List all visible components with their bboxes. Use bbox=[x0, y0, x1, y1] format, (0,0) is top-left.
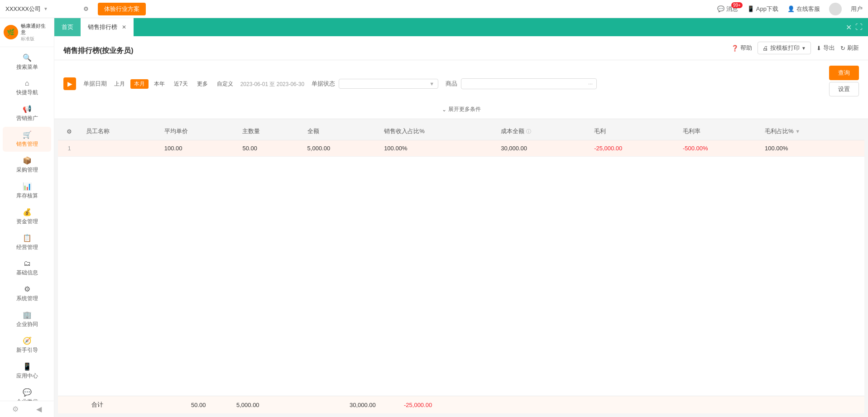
sidebar-item-marketing[interactable]: 📢 营销推广 bbox=[3, 101, 51, 126]
sidebar-item-inventory[interactable]: 📊 库存核算 bbox=[3, 178, 51, 203]
date-tab-7days[interactable]: 近7天 bbox=[170, 79, 192, 89]
trial-button[interactable]: 体验行业方案 bbox=[98, 3, 146, 15]
th-settings[interactable]: ⚙ bbox=[58, 123, 81, 140]
enterprise-icon: 🏢 bbox=[23, 311, 32, 319]
th-name: 员工名称 bbox=[81, 123, 159, 140]
status-select[interactable]: ▼ bbox=[339, 79, 438, 89]
footer-row: 合计 50.00 5,000.00 30,000.00 -25,000.00 bbox=[63, 401, 859, 409]
date-range-display: 2023-06-01 至 2023-06-30 bbox=[240, 81, 304, 88]
expand-more-button[interactable]: ⌄ 展开更多条件 bbox=[63, 105, 859, 113]
system-icon: ⚙ bbox=[24, 285, 30, 293]
cell-quantity: 50.00 bbox=[237, 140, 302, 157]
tab-maximize-icon[interactable]: ⛶ bbox=[855, 23, 863, 31]
goods-input[interactable]: ··· bbox=[461, 78, 597, 89]
basic-icon: 🗂 bbox=[24, 259, 31, 268]
cell-amount: 5,000.00 bbox=[302, 140, 379, 157]
refresh-button[interactable]: ↻ 刷新 bbox=[840, 44, 859, 52]
th-profit-rate: 毛利率 bbox=[677, 123, 759, 140]
table-container: ⚙ 员工名称 平均单价 主数量 全额 销售收入占比% 成本全额 ⓘ 毛利 毛利率… bbox=[58, 123, 864, 413]
sidebar-item-wechat[interactable]: 💬 企业微信 bbox=[3, 384, 51, 401]
th-cost: 成本全额 ⓘ bbox=[495, 123, 589, 140]
guide-icon: 🧭 bbox=[23, 336, 32, 345]
date-tab-current-year[interactable]: 本年 bbox=[150, 79, 168, 89]
cell-profit-rate: -500.00% bbox=[677, 140, 759, 157]
tab-close-window-icon[interactable]: ✕ bbox=[846, 23, 852, 32]
sidebar-label-apps: 应用中心 bbox=[16, 372, 38, 380]
sidebar-item-finance[interactable]: 💰 资金管理 bbox=[3, 204, 51, 229]
sidebar-item-purchase[interactable]: 📦 采购管理 bbox=[3, 153, 51, 177]
sidebar-label-finance: 资金管理 bbox=[16, 218, 38, 225]
logo-main: 畅康通好生意 bbox=[21, 23, 50, 36]
avatar[interactable] bbox=[829, 3, 842, 15]
sidebar-item-sales[interactable]: 🛒 销售管理 bbox=[3, 127, 51, 152]
message-icon: 💬 bbox=[717, 5, 724, 12]
print-button[interactable]: 🖨 按模板打印 ▼ bbox=[758, 42, 811, 54]
online-service-button[interactable]: 👤 在线客服 bbox=[787, 5, 820, 13]
cell-profit: -25,000.00 bbox=[589, 140, 677, 157]
filter-area: ▶ 单据日期 上月 本月 本年 近7天 更多 自定义 bbox=[54, 60, 868, 119]
logo-area: 🌿 畅康通好生意 标准版 bbox=[0, 18, 54, 47]
sidebar-item-basic[interactable]: 🗂 基础信息 bbox=[3, 256, 51, 280]
message-button[interactable]: 💬 消息 99+ bbox=[717, 5, 738, 13]
sidebar-item-guide[interactable]: 🧭 新手引导 bbox=[3, 333, 51, 358]
logo-text-area: 畅康通好生意 标准版 bbox=[21, 23, 50, 42]
user-name: 用户 bbox=[851, 5, 863, 13]
sidebar: 🌿 畅康通好生意 标准版 🔍 搜索菜单 ⌂ 快捷导航 📢 营销推广 🛒 销售管理 bbox=[0, 18, 54, 417]
page-title: 销售排行榜(按业务员) bbox=[63, 46, 731, 56]
app-label: App下载 bbox=[756, 5, 778, 13]
sales-rank-tab-label: 销售排行榜 bbox=[88, 23, 117, 31]
service-icon: 👤 bbox=[787, 5, 795, 12]
filter-toggle-button[interactable]: ▶ bbox=[63, 77, 76, 90]
page-actions: ❓ 帮助 🖨 按模板打印 ▼ ⬇ 导出 ↻ 刷新 bbox=[731, 42, 859, 60]
query-button[interactable]: 查询 bbox=[829, 66, 859, 80]
export-button[interactable]: ⬇ 导出 bbox=[816, 44, 835, 52]
sidebar-item-operation[interactable]: 📋 经营管理 bbox=[3, 230, 51, 255]
date-filter: 单据日期 上月 本月 本年 近7天 更多 自定义 2023-06-01 至 20… bbox=[83, 79, 304, 89]
table-scroll[interactable]: ⚙ 员工名称 平均单价 主数量 全额 销售收入占比% 成本全额 ⓘ 毛利 毛利率… bbox=[58, 123, 864, 396]
inventory-icon: 📊 bbox=[23, 182, 32, 191]
logo-sub: 标准版 bbox=[21, 36, 50, 42]
tab-sales-rank[interactable]: 销售排行榜 ✕ bbox=[81, 18, 134, 36]
help-button[interactable]: ❓ 帮助 bbox=[731, 44, 752, 52]
tab-home[interactable]: 首页 bbox=[54, 18, 81, 36]
page-settings-button[interactable]: 设置 bbox=[829, 82, 859, 96]
sidebar-settings-icon[interactable]: ⚙ bbox=[12, 405, 19, 413]
settings-icon[interactable]: ⚙ bbox=[80, 3, 92, 15]
filter-toggle-icon: ▶ bbox=[67, 80, 72, 87]
app-download-button[interactable]: 📱 App下载 bbox=[747, 5, 778, 13]
date-tabs: 上月 本月 本年 近7天 更多 自定义 bbox=[110, 79, 237, 89]
sidebar-item-enterprise[interactable]: 🏢 企业协同 bbox=[3, 307, 51, 332]
content-area: 首页 销售排行榜 ✕ ✕ ⛶ 销售排行榜(按业务员) ❓ 帮助 bbox=[54, 18, 868, 417]
tab-close-icon[interactable]: ✕ bbox=[122, 24, 126, 30]
footer-cost: 30,000.00 bbox=[344, 402, 398, 408]
th-profit-pct: 毛利占比% ▼ bbox=[759, 123, 864, 140]
sidebar-label-quicknav: 快捷导航 bbox=[16, 89, 38, 96]
data-table: ⚙ 员工名称 平均单价 主数量 全额 销售收入占比% 成本全额 ⓘ 毛利 毛利率… bbox=[58, 123, 864, 157]
query-column: 查询 设置 bbox=[829, 66, 859, 102]
page-content: 销售排行榜(按业务员) ❓ 帮助 🖨 按模板打印 ▼ ⬇ 导出 bbox=[54, 36, 868, 417]
cell-rank: 1 bbox=[58, 140, 81, 157]
sidebar-item-quick-nav[interactable]: ⌂ 快捷导航 bbox=[3, 76, 51, 100]
goods-filter: 商品 ··· bbox=[446, 78, 597, 89]
sidebar-collapse-icon[interactable]: ◀ bbox=[36, 405, 42, 413]
date-tab-current-month[interactable]: 本月 bbox=[130, 79, 149, 89]
table-header-row: ⚙ 员工名称 平均单价 主数量 全额 销售收入占比% 成本全额 ⓘ 毛利 毛利率… bbox=[58, 123, 864, 140]
sidebar-label-system: 系统管理 bbox=[16, 295, 38, 302]
sales-icon: 🛒 bbox=[23, 130, 32, 139]
sidebar-item-apps[interactable]: 📱 应用中心 bbox=[3, 359, 51, 383]
sidebar-item-system[interactable]: ⚙ 系统管理 bbox=[3, 281, 51, 306]
date-tab-last-month[interactable]: 上月 bbox=[110, 79, 129, 89]
date-tab-more[interactable]: 更多 bbox=[193, 79, 211, 89]
date-filter-label: 单据日期 bbox=[83, 80, 107, 88]
cell-sales-pct: 100.00% bbox=[379, 140, 495, 157]
tab-right-actions: ✕ ⛶ bbox=[846, 23, 868, 32]
sidebar-label-sales: 销售管理 bbox=[16, 140, 38, 148]
expand-label: 展开更多条件 bbox=[448, 105, 481, 113]
company-selector[interactable]: XXXXXX公司 ▼ bbox=[5, 5, 78, 13]
cell-profit-pct: 100.00% bbox=[759, 140, 864, 157]
sidebar-item-search-order[interactable]: 🔍 搜索菜单 bbox=[3, 50, 51, 75]
cell-cost: 30,000.00 bbox=[495, 140, 589, 157]
date-tab-custom[interactable]: 自定义 bbox=[213, 79, 237, 89]
help-icon: ❓ bbox=[731, 45, 739, 52]
search-icon: 🔍 bbox=[23, 53, 32, 62]
